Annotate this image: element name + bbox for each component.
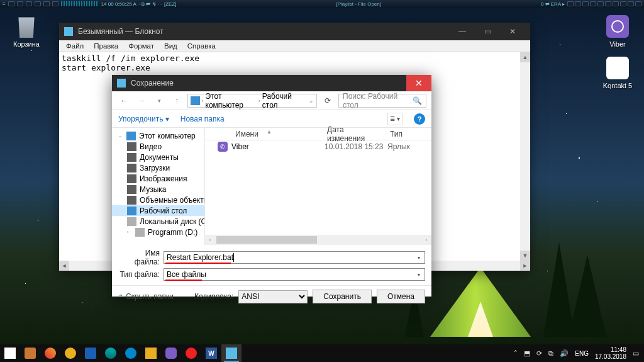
- minimize-button[interactable]: —: [450, 23, 475, 40]
- close-button[interactable]: ✕: [406, 75, 431, 91]
- tree-documents[interactable]: Документы: [112, 152, 204, 162]
- winamp-btn[interactable]: [567, 1, 574, 6]
- col-date[interactable]: Дата изменения: [323, 125, 386, 143]
- winamp-btn[interactable]: [8, 1, 14, 6]
- start-button[interactable]: [0, 344, 20, 362]
- winamp-btn[interactable]: [590, 1, 596, 6]
- winamp-btn[interactable]: [26, 1, 32, 6]
- winamp-menu-icon[interactable]: ≡: [3, 1, 6, 7]
- scroll-down-icon[interactable]: ▼: [520, 251, 530, 261]
- desktop-viber[interactable]: Viber: [599, 15, 636, 48]
- winamp-btn[interactable]: [635, 1, 641, 6]
- menu-edit[interactable]: Правка: [89, 41, 123, 51]
- tb-app[interactable]: [141, 344, 161, 362]
- system-tray[interactable]: ˄ ⬒ ⟳ ⧉ 🔊 ENG 11:48 17.03.2018 ▭: [509, 346, 644, 360]
- tree-desktop[interactable]: Рабочий стол: [112, 205, 204, 216]
- winamp-btn[interactable]: [597, 1, 604, 6]
- folder-tree[interactable]: ⌄Этот компьютер Видео Документы Загрузки…: [112, 128, 205, 245]
- tb-app[interactable]: [161, 344, 181, 362]
- scroll-right-icon[interactable]: ►: [520, 261, 530, 271]
- tree-videos[interactable]: Видео: [112, 141, 204, 152]
- cancel-button[interactable]: Отмена: [377, 290, 425, 303]
- dropdown-icon[interactable]: ▾: [414, 270, 423, 279]
- tb-app[interactable]: [80, 344, 101, 362]
- savedlg-titlebar[interactable]: Сохранение ✕: [112, 75, 431, 91]
- winamp-btn[interactable]: [35, 1, 41, 6]
- tb-app[interactable]: [20, 344, 40, 362]
- tray-app-icon[interactable]: ⬒: [524, 349, 530, 358]
- tray-app-icon[interactable]: ⟳: [536, 349, 542, 358]
- save-button[interactable]: Сохранить: [313, 290, 372, 303]
- col-name[interactable]: Имени▲: [216, 130, 323, 139]
- menu-view[interactable]: Вид: [160, 41, 182, 51]
- tb-app[interactable]: [101, 344, 121, 362]
- winamp-btn[interactable]: [582, 1, 589, 6]
- crumb-dropdown-icon[interactable]: ⌄: [309, 98, 314, 104]
- nav-recent-button[interactable]: ▾: [152, 94, 166, 108]
- view-mode-button[interactable]: ≣ ▾: [387, 113, 402, 125]
- desktop-kontakt[interactable]: Kontakt 5: [599, 57, 636, 89]
- winamp-btn[interactable]: [613, 1, 619, 6]
- tb-app[interactable]: [60, 344, 80, 362]
- tree-images[interactable]: Изображения: [112, 173, 204, 184]
- nav-back-button[interactable]: ←: [117, 94, 131, 108]
- breadcrumb[interactable]: › Этот компьютер › Рабочий стол ⌄: [187, 94, 317, 108]
- tray-language[interactable]: ENG: [575, 350, 589, 357]
- tray-clock[interactable]: 11:48 17.03.2018: [595, 346, 626, 360]
- tray-network-icon[interactable]: ⧉: [548, 349, 553, 358]
- menu-file[interactable]: Файл: [62, 41, 88, 51]
- organize-button[interactable]: Упорядочить ▾: [118, 115, 169, 123]
- nav-up-button[interactable]: ↑: [170, 94, 184, 108]
- file-list[interactable]: Имени▲ Дата изменения Тип ✆ Viber 10.01.…: [205, 128, 431, 245]
- scroll-up-icon[interactable]: ▲: [520, 52, 530, 62]
- winamp-bar[interactable]: ≡ 14 00 0:58:25 A→B ⇄ ↯ ⋯ [ZEZ] [Playlis…: [0, 0, 644, 8]
- list-scrollbar[interactable]: ‹ ›: [205, 235, 431, 245]
- filetype-select[interactable]: Все файлы ▾: [164, 268, 425, 281]
- maximize-button[interactable]: ▭: [475, 23, 500, 40]
- file-row[interactable]: ✆ Viber 10.01.2018 15:23 Ярлык: [205, 140, 431, 153]
- taskbar[interactable]: W ˄ ⬒ ⟳ ⧉ 🔊 ENG 11:48 17.03.2018 ▭: [0, 344, 644, 362]
- search-input[interactable]: Поиск: Рабочий стол 🔍: [338, 94, 426, 108]
- winamp-btn[interactable]: [575, 1, 581, 6]
- tree-downloads[interactable]: Загрузки: [112, 162, 204, 173]
- winamp-btn[interactable]: [605, 1, 611, 6]
- encoding-select[interactable]: ANSI: [238, 290, 308, 303]
- tree-ddrive[interactable]: ›Programm (D:): [112, 227, 204, 237]
- winamp-btn[interactable]: [620, 1, 626, 6]
- hide-folders-toggle[interactable]: ⌃ Скрыть папки: [118, 292, 174, 301]
- tb-app[interactable]: [40, 344, 60, 362]
- newfolder-button[interactable]: Новая папка: [180, 115, 225, 123]
- winamp-btn[interactable]: [52, 1, 58, 6]
- tb-word[interactable]: W: [201, 344, 221, 362]
- refresh-button[interactable]: ⟳: [321, 94, 335, 108]
- tray-chevron-icon[interactable]: ˄: [514, 349, 518, 358]
- column-headers[interactable]: Имени▲ Дата изменения Тип: [205, 128, 431, 140]
- crumb-location[interactable]: Рабочий стол: [262, 92, 305, 110]
- crumb-root[interactable]: Этот компьютер: [206, 92, 257, 110]
- notepad-menubar[interactable]: Файл Правка Формат Вид Справка: [59, 40, 530, 52]
- scrollbar-vertical[interactable]: ▲ ▼: [520, 52, 530, 261]
- desktop-trash[interactable]: Корзина: [8, 15, 45, 48]
- scroll-left-icon[interactable]: ◄: [59, 261, 69, 271]
- tree-music[interactable]: Музыка: [112, 184, 204, 195]
- winamp-btn[interactable]: [17, 1, 23, 6]
- tree-cdrive[interactable]: Локальный диск (C:): [112, 216, 204, 227]
- tb-notepad[interactable]: [221, 344, 242, 362]
- notifications-icon[interactable]: ▭: [633, 349, 639, 358]
- tb-app[interactable]: [121, 344, 141, 362]
- tree-3dobjects[interactable]: Объемные объекты: [112, 195, 204, 205]
- notepad-titlebar[interactable]: Безымянный — Блокнот — ▭ ✕: [59, 23, 530, 40]
- menu-help[interactable]: Справка: [183, 41, 220, 51]
- tray-volume-icon[interactable]: 🔊: [560, 349, 569, 358]
- nav-forward-button[interactable]: →: [135, 94, 148, 108]
- winamp-btn[interactable]: [628, 1, 634, 6]
- winamp-btn[interactable]: [43, 1, 50, 6]
- col-type[interactable]: Тип: [386, 130, 431, 139]
- dropdown-icon[interactable]: ▾: [414, 253, 423, 262]
- help-button[interactable]: ?: [414, 113, 425, 125]
- tb-opera[interactable]: [181, 344, 201, 362]
- filename-input[interactable]: Restart Explorer.bat ▾: [164, 251, 425, 264]
- close-button[interactable]: ✕: [500, 23, 525, 40]
- save-dialog[interactable]: Сохранение ✕ ← → ▾ ↑ › Этот компьютер › …: [112, 75, 431, 297]
- tree-this-pc[interactable]: ⌄Этот компьютер: [112, 130, 204, 141]
